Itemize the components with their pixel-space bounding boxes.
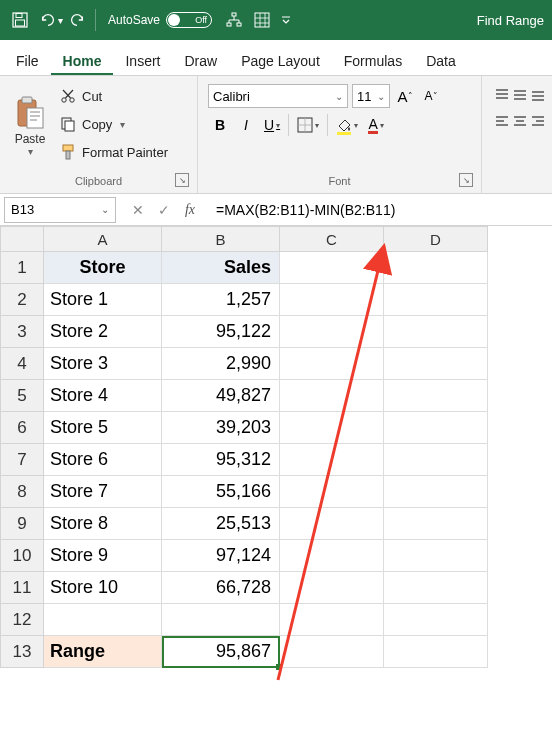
save-icon[interactable]	[6, 2, 34, 38]
tab-file[interactable]: File	[4, 45, 51, 75]
cell[interactable]	[384, 316, 488, 348]
underline-button[interactable]: U▾	[260, 112, 284, 138]
fx-icon[interactable]: fx	[178, 197, 202, 223]
row-header-1[interactable]: 1	[0, 252, 44, 284]
cell[interactable]: 97,124	[162, 540, 280, 572]
cell[interactable]	[384, 348, 488, 380]
cell[interactable]	[384, 604, 488, 636]
redo-icon[interactable]	[63, 2, 91, 38]
paste-dropdown-icon[interactable]: ▾	[28, 146, 33, 157]
borders-dropdown-icon[interactable]: ▾	[315, 121, 319, 130]
shrink-font-button[interactable]: A˅	[420, 84, 442, 108]
bold-button[interactable]: B	[208, 112, 232, 138]
cell[interactable]	[384, 380, 488, 412]
row-header-3[interactable]: 3	[0, 316, 44, 348]
cancel-formula-icon[interactable]: ✕	[126, 197, 150, 223]
cell[interactable]	[384, 284, 488, 316]
row-header-7[interactable]: 7	[0, 444, 44, 476]
cell[interactable]: Store	[44, 252, 162, 284]
cell[interactable]: Store 7	[44, 476, 162, 508]
font-launcher-icon[interactable]: ↘	[459, 173, 473, 187]
cell[interactable]: 25,513	[162, 508, 280, 540]
cell[interactable]: 2,990	[162, 348, 280, 380]
tab-data[interactable]: Data	[414, 45, 468, 75]
cell[interactable]	[384, 412, 488, 444]
cell[interactable]: Store 9	[44, 540, 162, 572]
cell[interactable]	[384, 476, 488, 508]
cell[interactable]: Store 8	[44, 508, 162, 540]
grow-font-button[interactable]: A˄	[394, 84, 416, 108]
confirm-formula-icon[interactable]: ✓	[152, 197, 176, 223]
font-name-select[interactable]: Calibri ⌄	[208, 84, 348, 108]
cell[interactable]: Store 1	[44, 284, 162, 316]
tab-formulas[interactable]: Formulas	[332, 45, 414, 75]
cell[interactable]: 49,827	[162, 380, 280, 412]
cell[interactable]	[280, 380, 384, 412]
qat-customize-icon[interactable]	[276, 2, 296, 38]
worksheet[interactable]: ABCD 12345678910111213 StoreSalesStore 1…	[0, 226, 552, 741]
row-header-4[interactable]: 4	[0, 348, 44, 380]
cell[interactable]	[280, 540, 384, 572]
tab-draw[interactable]: Draw	[172, 45, 229, 75]
cell[interactable]: Store 3	[44, 348, 162, 380]
cell[interactable]	[280, 252, 384, 284]
borders-button[interactable]: ▾	[293, 112, 323, 138]
font-size-select[interactable]: 11 ⌄	[352, 84, 390, 108]
cell[interactable]: 55,166	[162, 476, 280, 508]
name-box[interactable]: B13 ⌄	[4, 197, 116, 223]
row-header-9[interactable]: 9	[0, 508, 44, 540]
tab-home[interactable]: Home	[51, 45, 114, 75]
paste-button[interactable]: Paste ▾	[6, 80, 54, 171]
autosave-pill[interactable]: Off	[166, 12, 212, 28]
cell[interactable]: 95,122	[162, 316, 280, 348]
cell[interactable]	[280, 444, 384, 476]
cell[interactable]	[384, 540, 488, 572]
cell[interactable]	[384, 636, 488, 668]
cell[interactable]	[280, 636, 384, 668]
row-header-13[interactable]: 13	[0, 636, 44, 668]
cell[interactable]	[280, 348, 384, 380]
cell[interactable]: 66,728	[162, 572, 280, 604]
cell[interactable]: 39,203	[162, 412, 280, 444]
cell[interactable]: Range	[44, 636, 162, 668]
tab-insert[interactable]: Insert	[113, 45, 172, 75]
tab-page-layout[interactable]: Page Layout	[229, 45, 332, 75]
font-color-button[interactable]: A ▾	[364, 112, 388, 138]
row-header-2[interactable]: 2	[0, 284, 44, 316]
column-header-C[interactable]: C	[280, 226, 384, 252]
cell[interactable]	[280, 316, 384, 348]
cell[interactable]	[280, 572, 384, 604]
cell[interactable]: 95,312	[162, 444, 280, 476]
row-header-11[interactable]: 11	[0, 572, 44, 604]
underline-dropdown-icon[interactable]: ▾	[276, 121, 280, 130]
copy-button[interactable]: Copy ▾	[60, 112, 168, 136]
autosave-toggle[interactable]: AutoSave Off	[108, 12, 212, 28]
cell[interactable]: Sales	[162, 252, 280, 284]
cell[interactable]	[384, 508, 488, 540]
cut-button[interactable]: Cut	[60, 84, 168, 108]
copy-dropdown-icon[interactable]: ▾	[120, 119, 125, 130]
column-header-D[interactable]: D	[384, 226, 488, 252]
align-middle-button[interactable]	[512, 84, 528, 106]
column-header-A[interactable]: A	[44, 226, 162, 252]
row-header-5[interactable]: 5	[0, 380, 44, 412]
align-top-button[interactable]	[494, 84, 510, 106]
row-header-8[interactable]: 8	[0, 476, 44, 508]
cell[interactable]	[162, 604, 280, 636]
cell[interactable]: Store 4	[44, 380, 162, 412]
align-right-button[interactable]	[530, 110, 546, 132]
cell[interactable]	[280, 284, 384, 316]
cell[interactable]	[280, 476, 384, 508]
cell[interactable]	[44, 604, 162, 636]
cell[interactable]	[280, 604, 384, 636]
formula-input[interactable]: =MAX(B2:B11)-MIN(B2:B11)	[208, 202, 552, 218]
align-bottom-button[interactable]	[530, 84, 546, 106]
cell[interactable]: Store 10	[44, 572, 162, 604]
row-header-10[interactable]: 10	[0, 540, 44, 572]
italic-button[interactable]: I	[234, 112, 258, 138]
selected-cell[interactable]: 95,867	[162, 636, 280, 668]
cell[interactable]: Store 2	[44, 316, 162, 348]
format-painter-button[interactable]: Format Painter	[60, 140, 168, 164]
cell[interactable]	[384, 252, 488, 284]
select-all-corner[interactable]	[0, 226, 44, 252]
